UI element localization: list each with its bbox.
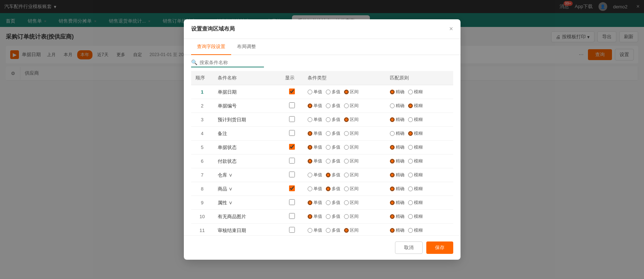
type-option-单值[interactable]: 单值: [308, 227, 322, 233]
type-option-区间[interactable]: 区间: [344, 117, 359, 123]
cancel-button[interactable]: 取消: [395, 241, 423, 254]
match-option-模糊[interactable]: 模糊: [408, 186, 423, 192]
row-show[interactable]: [281, 224, 303, 234]
dialog-tab-layout[interactable]: 布局调整: [231, 39, 262, 55]
match-option-精确[interactable]: 精确: [390, 117, 404, 123]
match-option-精确[interactable]: 精确: [390, 213, 404, 220]
row-match[interactable]: 精确模糊: [386, 113, 453, 127]
show-checkbox[interactable]: [289, 199, 295, 205]
row-type[interactable]: 单值多值区间: [303, 113, 386, 127]
match-option-精确[interactable]: 精确: [390, 103, 404, 109]
match-option-模糊[interactable]: 模糊: [408, 200, 423, 206]
row-show[interactable]: [281, 154, 303, 168]
row-match[interactable]: 精确模糊: [386, 196, 453, 210]
type-option-单值[interactable]: 单值: [308, 89, 322, 95]
type-option-单值[interactable]: 单值: [308, 172, 322, 178]
row-show[interactable]: [281, 141, 303, 154]
type-option-单值[interactable]: 单值: [308, 103, 322, 109]
row-match[interactable]: 精确模糊: [386, 182, 453, 196]
match-option-模糊[interactable]: 模糊: [408, 144, 423, 150]
match-option-模糊[interactable]: 模糊: [408, 117, 423, 123]
show-checkbox[interactable]: [289, 172, 295, 177]
match-option-模糊[interactable]: 模糊: [408, 103, 423, 109]
dialog-close-button[interactable]: ×: [449, 25, 453, 33]
row-type[interactable]: 单值多值区间: [303, 224, 386, 234]
type-option-单值[interactable]: 单值: [308, 130, 322, 137]
match-option-模糊[interactable]: 模糊: [408, 89, 423, 95]
match-option-精确[interactable]: 精确: [390, 130, 404, 137]
type-option-区间[interactable]: 区间: [344, 158, 359, 164]
row-match[interactable]: 精确模糊: [386, 210, 453, 224]
row-type[interactable]: 单值多值区间: [303, 182, 386, 196]
type-option-多值[interactable]: 多值: [326, 130, 340, 137]
row-type[interactable]: 单值多值区间: [303, 154, 386, 168]
row-show[interactable]: [281, 99, 303, 113]
type-option-多值[interactable]: 多值: [326, 103, 340, 109]
type-option-多值[interactable]: 多值: [326, 213, 340, 220]
row-show[interactable]: [281, 168, 303, 182]
type-option-多值[interactable]: 多值: [326, 158, 340, 164]
row-type[interactable]: 单值多值区间: [303, 127, 386, 141]
type-option-多值[interactable]: 多值: [326, 227, 340, 233]
type-option-单值[interactable]: 单值: [308, 200, 322, 206]
match-option-精确[interactable]: 精确: [390, 186, 404, 192]
match-option-精确[interactable]: 精确: [390, 227, 404, 233]
show-checkbox[interactable]: [289, 89, 295, 94]
row-type[interactable]: 单值多值区间: [303, 85, 386, 99]
type-option-多值[interactable]: 多值: [326, 89, 340, 95]
show-checkbox[interactable]: [289, 102, 295, 108]
row-match[interactable]: 精确模糊: [386, 99, 453, 113]
type-option-单值[interactable]: 单值: [308, 213, 322, 220]
show-checkbox[interactable]: [289, 213, 295, 219]
show-checkbox[interactable]: [289, 116, 295, 122]
type-option-区间[interactable]: 区间: [344, 200, 359, 206]
row-match[interactable]: 精确模糊: [386, 154, 453, 168]
row-match[interactable]: 精确模糊: [386, 224, 453, 234]
type-option-多值[interactable]: 多值: [326, 186, 340, 192]
type-option-单值[interactable]: 单值: [308, 186, 322, 192]
type-option-区间[interactable]: 区间: [344, 89, 359, 95]
type-option-区间[interactable]: 区间: [344, 130, 359, 137]
type-option-区间[interactable]: 区间: [344, 186, 359, 192]
row-match[interactable]: 精确模糊: [386, 85, 453, 99]
row-match[interactable]: 精确模糊: [386, 127, 453, 141]
row-show[interactable]: [281, 196, 303, 210]
row-type[interactable]: 单值多值区间: [303, 210, 386, 224]
match-option-精确[interactable]: 精确: [390, 144, 404, 150]
show-checkbox[interactable]: [289, 130, 295, 136]
type-option-多值[interactable]: 多值: [326, 144, 340, 150]
row-type[interactable]: 单值多值区间: [303, 141, 386, 154]
show-checkbox[interactable]: [289, 144, 295, 150]
row-show[interactable]: [281, 210, 303, 224]
type-option-单值[interactable]: 单值: [308, 158, 322, 164]
row-match[interactable]: 精确模糊: [386, 168, 453, 182]
row-show[interactable]: [281, 85, 303, 99]
row-type[interactable]: 单值多值区间: [303, 99, 386, 113]
type-option-区间[interactable]: 区间: [344, 103, 359, 109]
save-button[interactable]: 保存: [426, 241, 453, 254]
match-option-精确[interactable]: 精确: [390, 200, 404, 206]
row-show[interactable]: [281, 182, 303, 196]
match-option-精确[interactable]: 精确: [390, 158, 404, 164]
match-option-模糊[interactable]: 模糊: [408, 130, 423, 137]
type-option-区间[interactable]: 区间: [344, 172, 359, 178]
row-match[interactable]: 精确模糊: [386, 141, 453, 154]
dialog-tab-fields[interactable]: 查询字段设置: [191, 39, 231, 55]
match-option-模糊[interactable]: 模糊: [408, 227, 423, 233]
type-option-单值[interactable]: 单值: [308, 117, 322, 123]
type-option-多值[interactable]: 多值: [326, 172, 340, 178]
type-option-多值[interactable]: 多值: [326, 117, 340, 123]
type-option-多值[interactable]: 多值: [326, 200, 340, 206]
match-option-模糊[interactable]: 模糊: [408, 158, 423, 164]
row-show[interactable]: [281, 113, 303, 127]
show-checkbox[interactable]: [289, 227, 295, 233]
match-option-模糊[interactable]: 模糊: [408, 213, 423, 220]
match-option-精确[interactable]: 精确: [390, 89, 404, 95]
show-checkbox[interactable]: [289, 158, 295, 164]
search-input[interactable]: [199, 60, 258, 65]
row-type[interactable]: 单值多值区间: [303, 196, 386, 210]
type-option-区间[interactable]: 区间: [344, 227, 359, 233]
type-option-区间[interactable]: 区间: [344, 144, 359, 150]
type-option-单值[interactable]: 单值: [308, 144, 322, 150]
type-option-区间[interactable]: 区间: [344, 213, 359, 220]
